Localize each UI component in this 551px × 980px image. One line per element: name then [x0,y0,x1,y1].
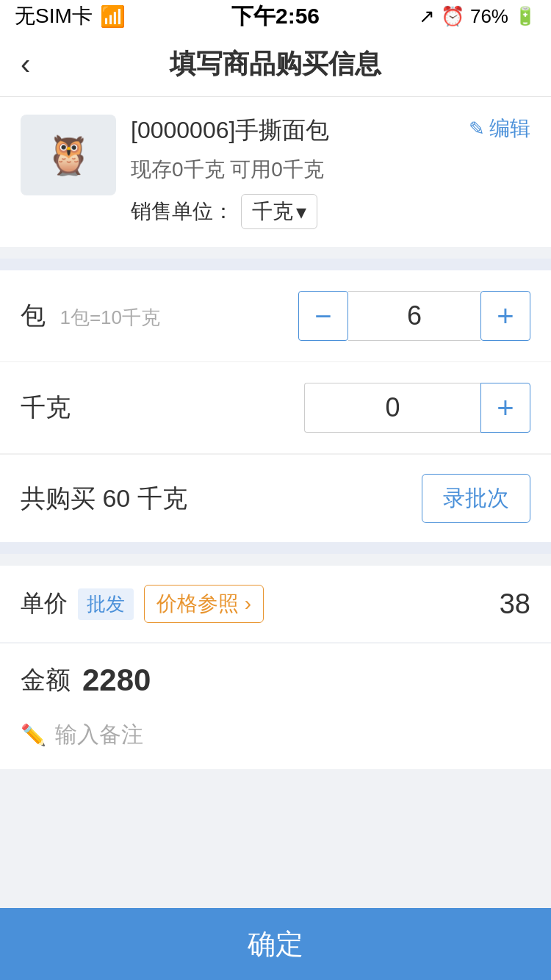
chevron-down-icon: ▾ [296,200,306,224]
battery-icon: 🔋 [514,6,536,26]
status-right: ↗ ⏰ 76% 🔋 [419,5,536,28]
kg-qty-control: + [304,383,530,433]
carrier-label: 无SIM卡 [15,2,93,30]
price-ref-button[interactable]: 价格参照 › [144,585,264,623]
bao-hint: 1包=10千克 [60,306,160,328]
price-row: 单价 批发 价格参照 › 38 [21,585,530,623]
status-time: 下午2:56 [231,1,320,32]
separator-2 [0,542,551,554]
kg-row: 千克 + [0,362,551,454]
product-card: 🦉 [0000006]手撕面包 现存0千克 可用0千克 销售单位： 千克 ▾ ✎… [0,97,551,247]
edit-icon: ✎ [469,118,485,140]
price-label: 单价 [21,588,68,620]
amount-value: 2280 [82,663,151,698]
batch-button[interactable]: 录批次 [422,474,530,523]
back-button[interactable]: ‹ [21,48,30,81]
battery-label: 76% [470,5,508,28]
bao-increment-button[interactable]: + [480,291,530,341]
amount-section: 金额 2280 ✏️ 输入备注 [0,644,551,769]
price-tag: 批发 [78,588,134,620]
amount-label: 金额 [21,663,71,697]
kg-increment-button[interactable]: + [480,383,530,433]
bao-input[interactable] [348,291,480,341]
product-logo-icon: 🦉 [45,133,93,178]
location-icon: ↗ [419,5,435,28]
status-left: 无SIM卡 📶 [15,2,126,30]
unit-label: 销售单位： [131,198,234,226]
wifi-icon: 📶 [100,4,126,29]
product-unit-row: 销售单位： 千克 ▾ [131,194,530,229]
total-label: 共购买 60 千克 [21,482,187,516]
separator-1 [0,259,551,270]
price-value: 38 [500,588,530,620]
product-image: 🦉 [21,115,116,195]
edit-button[interactable]: ✎ 编辑 [469,115,530,143]
bao-row: 包 1包=10千克 − + [0,270,551,362]
amount-row: 金额 2280 [21,663,530,698]
bao-decrement-button[interactable]: − [298,291,348,341]
product-stock: 现存0千克 可用0千克 [131,156,530,184]
kg-input[interactable] [304,383,480,433]
confirm-button[interactable]: 确定 [0,908,551,980]
kg-label: 千克 [21,391,304,425]
remark-row[interactable]: ✏️ 输入备注 [21,713,530,769]
price-section: 单价 批发 价格参照 › 38 [0,566,551,642]
bao-section: 包 1包=10千克 − + 千克 + 共购买 60 千克 录批次 [0,270,551,542]
bao-label: 包 1包=10千克 [21,299,298,333]
alarm-icon: ⏰ [441,5,464,28]
bao-qty-control: − + [298,291,530,341]
page-title: 填写商品购买信息 [170,46,381,82]
total-row: 共购买 60 千克 录批次 [0,454,551,542]
status-bar: 无SIM卡 📶 下午2:56 ↗ ⏰ 76% 🔋 [0,0,551,32]
nav-bar: ‹ 填写商品购买信息 [0,32,551,97]
remark-placeholder: 输入备注 [55,720,143,750]
pencil-icon: ✏️ [21,723,46,747]
unit-select[interactable]: 千克 ▾ [241,194,317,229]
